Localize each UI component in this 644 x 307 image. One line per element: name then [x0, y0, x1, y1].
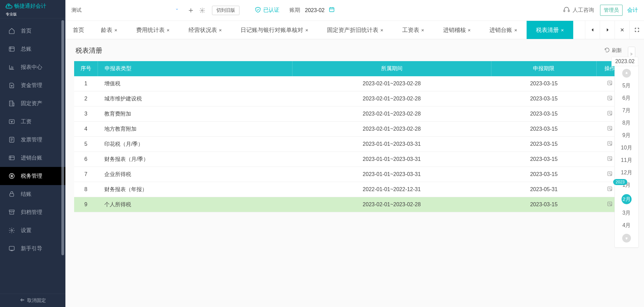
svg-rect-14 [608, 81, 612, 85]
refresh-button[interactable]: 刷新 [604, 47, 622, 54]
month-option[interactable]: 10月 [621, 144, 632, 151]
sidebar-item-closing[interactable]: 结账 [0, 185, 65, 203]
view-detail-icon[interactable] [607, 125, 613, 131]
table-row[interactable]: 9个人所得税2023-02-01~2023-02-282023-03-15 [74, 197, 623, 212]
sidebar-item-label: 进销台账 [21, 155, 42, 162]
view-detail-icon[interactable] [607, 201, 613, 207]
admin-button[interactable]: 管理员 [600, 5, 623, 16]
tab-tax-list[interactable]: 税表清册× [527, 21, 573, 39]
cell-deadline: 2023-03-15 [491, 152, 596, 167]
month-option[interactable]: 6月 [623, 95, 631, 102]
close-icon[interactable]: × [514, 27, 517, 33]
add-button[interactable] [185, 5, 197, 16]
sidebar-item-settings[interactable]: 设置 [0, 221, 65, 239]
tab-label: 税表清册 [536, 26, 559, 34]
sidebar-item-home[interactable]: 首页 [0, 22, 65, 40]
month-option[interactable]: 3月 [623, 210, 631, 217]
sidebar-item-label: 税务管理 [21, 173, 42, 180]
cell-type: 个人所得税 [98, 197, 292, 212]
table-row[interactable]: 2城市维护建设税2023-02-01~2023-02-282023-03-15 [74, 91, 623, 106]
tab-audit[interactable]: 进销稽核× [434, 21, 480, 39]
month-option[interactable]: 2月 [622, 194, 632, 204]
close-icon[interactable]: × [561, 27, 564, 33]
sidebar-item-archive[interactable]: 归档管理 [0, 203, 65, 221]
tab-inventory[interactable]: 进销台账× [480, 21, 527, 39]
tab-aging[interactable]: 龄表× [92, 21, 127, 39]
sidebar-item-label: 设置 [21, 227, 32, 234]
table-row[interactable]: 1增值税2023-02-01~2023-02-282023-03-15 [74, 76, 623, 91]
month-option[interactable]: 5月 [623, 82, 631, 89]
tab-home[interactable]: 首页 [65, 21, 92, 39]
month-option[interactable]: 4月 [623, 222, 631, 229]
close-icon[interactable]: × [380, 27, 383, 33]
tabs-next-button[interactable] [600, 21, 614, 39]
cell-type: 财务报表（年报） [98, 182, 292, 197]
month-picker-up[interactable] [622, 69, 631, 78]
view-detail-icon[interactable] [607, 110, 613, 116]
tab-bank-check[interactable]: 日记账与银行对账单核对× [231, 21, 318, 39]
sidebar-item-reports[interactable]: 报表中心 [0, 58, 65, 76]
tab-label: 首页 [73, 26, 84, 34]
role-switch[interactable]: 会计 [627, 7, 638, 14]
sidebar-item-label: 固定资产 [21, 100, 42, 107]
month-option[interactable]: 9月 [623, 132, 631, 139]
table-row[interactable]: 7企业所得税2023-01-01~2023-03-312023-03-15 [74, 167, 623, 182]
month-picker-down[interactable] [622, 234, 631, 243]
view-detail-icon[interactable] [607, 80, 613, 86]
tab-label: 进销稽核 [443, 26, 466, 34]
cell-no: 1 [74, 76, 98, 91]
month-option[interactable]: 12月 [621, 169, 632, 176]
customer-service[interactable]: 人工咨询 [563, 6, 594, 14]
view-detail-icon[interactable] [607, 140, 613, 146]
view-detail-icon[interactable] [607, 156, 613, 162]
cell-no: 3 [74, 106, 98, 122]
view-detail-icon[interactable] [607, 171, 613, 177]
month-option[interactable]: 1月2023 [623, 182, 631, 189]
table-row[interactable]: 8财务报表（年报）2022-01-01~2022-12-312023-05-31 [74, 182, 623, 197]
view-detail-icon[interactable] [607, 186, 613, 192]
sidebar-item-funds[interactable]: 资金管理 [0, 76, 65, 94]
tenant-selector[interactable]: 测试 ˅ [71, 7, 178, 14]
cell-type: 印花税（月/季） [98, 137, 292, 152]
sidebar-item-inventory[interactable]: 进销台账 [0, 149, 65, 167]
table-row[interactable]: 3教育费附加2023-02-01~2023-02-282023-03-15 [74, 106, 623, 122]
month-option[interactable]: 8月 [623, 120, 631, 127]
close-icon[interactable]: × [219, 27, 222, 33]
close-icon[interactable]: × [421, 27, 424, 33]
close-icon[interactable]: × [167, 27, 170, 33]
sidebar-item-ledger[interactable]: 总账 [0, 40, 65, 58]
month-option[interactable]: 11月 [621, 157, 632, 164]
lock-icon [8, 190, 15, 198]
close-icon[interactable]: × [468, 27, 471, 33]
sidebar-item-assets[interactable]: 固定资产 [0, 94, 65, 113]
sidebar-item-tax[interactable]: 税务管理 [0, 167, 65, 185]
fullscreen-button[interactable] [629, 21, 644, 39]
tabs-prev-button[interactable] [585, 21, 600, 39]
cell-type: 城市维护建设税 [98, 91, 292, 106]
month-picker-header[interactable]: 2023.02 [611, 57, 638, 66]
tabs-close-all-button[interactable] [614, 21, 629, 39]
sidebar-item-salary[interactable]: 工资 [0, 113, 65, 131]
view-detail-icon[interactable] [607, 95, 613, 101]
close-icon[interactable]: × [305, 27, 308, 33]
sidebar-unpin[interactable]: 取消固定 [0, 294, 65, 307]
svg-rect-21 [608, 187, 612, 191]
cell-period: 2023-01-01~2023-03-31 [292, 152, 491, 167]
sidebar-item-guide[interactable]: 新手引导 [0, 239, 65, 258]
calendar-icon[interactable] [329, 6, 335, 14]
tab-salary[interactable]: 工资表× [393, 21, 434, 39]
tab-operation[interactable]: 经营状况表× [179, 21, 231, 39]
table-row[interactable]: 4地方教育附加2023-02-01~2023-02-282023-03-15 [74, 122, 623, 137]
switch-old-version-button[interactable]: 切到旧版 [212, 6, 239, 15]
tab-expense[interactable]: 费用统计表× [127, 21, 179, 39]
table-row[interactable]: 5印花税（月/季）2023-01-01~2023-03-312023-03-15 [74, 137, 623, 152]
month-option[interactable]: 7月 [623, 107, 631, 114]
sidebar-item-invoice[interactable]: 发票管理 [0, 131, 65, 149]
close-icon[interactable]: × [114, 27, 117, 33]
table-row[interactable]: 6财务报表（月/季）2023-01-01~2023-03-312023-03-1… [74, 152, 623, 167]
settings-button[interactable] [197, 5, 208, 16]
tab-depreciation[interactable]: 固定资产折旧统计表× [318, 21, 393, 39]
brand-edition: 专业版 [6, 12, 65, 17]
sidebar-scrollbar[interactable] [61, 20, 64, 275]
cell-no: 4 [74, 122, 98, 137]
